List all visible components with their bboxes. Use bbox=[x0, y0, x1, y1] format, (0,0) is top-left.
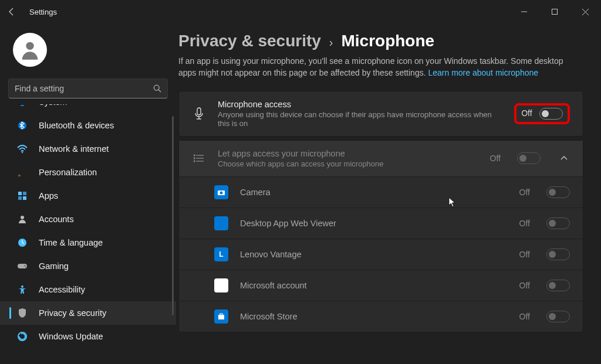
svg-rect-12 bbox=[18, 192, 22, 195]
breadcrumb-parent[interactable]: Privacy & security bbox=[178, 32, 321, 50]
search-icon bbox=[153, 84, 161, 93]
sidebar-item-update[interactable]: Windows Update bbox=[0, 325, 176, 348]
app-label: Lenovo Vantage bbox=[240, 250, 508, 259]
apps-access-title: Let apps access your microphone bbox=[218, 149, 478, 158]
svg-point-16 bbox=[21, 216, 24, 219]
intro-text: If an app is using your microphone, you'… bbox=[178, 55, 578, 79]
mic-access-sub: Anyone using this device can choose if t… bbox=[218, 110, 500, 128]
sidebar-item-label: Accounts bbox=[39, 215, 74, 224]
system-icon bbox=[16, 104, 28, 108]
close-button[interactable] bbox=[572, 2, 599, 21]
page-title: Microphone bbox=[341, 32, 434, 50]
minimize-button[interactable] bbox=[511, 2, 538, 21]
app-label: Camera bbox=[240, 188, 508, 197]
accessibility-icon bbox=[16, 284, 28, 295]
mic-access-toggle[interactable] bbox=[539, 108, 563, 120]
apps-access-header[interactable]: Let apps access your microphone Choose w… bbox=[179, 141, 583, 176]
shield-icon bbox=[16, 307, 28, 319]
sidebar-item-brush[interactable]: Personalization bbox=[0, 161, 176, 184]
gamepad-icon bbox=[16, 260, 28, 272]
app-toggle[interactable] bbox=[546, 217, 570, 229]
maximize-button[interactable] bbox=[541, 2, 568, 21]
titlebar: Settings bbox=[0, 0, 601, 23]
chevron-up-icon bbox=[558, 156, 570, 161]
app-state: Off bbox=[519, 219, 530, 228]
breadcrumb: Privacy & security › Microphone bbox=[178, 32, 583, 50]
user-avatar[interactable] bbox=[13, 33, 47, 67]
svg-line-6 bbox=[158, 90, 161, 92]
svg-rect-35 bbox=[220, 314, 222, 315]
sidebar-item-person[interactable]: Accounts bbox=[0, 207, 176, 231]
svg-point-33 bbox=[220, 191, 223, 194]
search-input[interactable] bbox=[15, 84, 153, 93]
sidebar-item-gamepad[interactable]: Gaming bbox=[0, 254, 176, 278]
svg-point-10 bbox=[22, 152, 23, 153]
svg-rect-15 bbox=[23, 196, 26, 200]
sidebar-scrollbar[interactable] bbox=[172, 116, 174, 315]
svg-rect-18 bbox=[18, 264, 27, 268]
sidebar: SystemBluetooth & devicesNetwork & inter… bbox=[0, 23, 176, 364]
microphone-access-card: Microphone access Anyone using this devi… bbox=[178, 91, 583, 137]
title-label: Settings bbox=[29, 8, 57, 16]
app-row: LLenovo VantageOff bbox=[179, 239, 583, 270]
app-toggle[interactable] bbox=[546, 186, 570, 198]
back-button[interactable] bbox=[2, 2, 21, 21]
app-state: Off bbox=[519, 250, 530, 259]
app-row: Desktop App Web ViewerOff bbox=[179, 207, 583, 239]
apps-access-card: Let apps access your microphone Choose w… bbox=[178, 140, 583, 332]
sidebar-item-label: Time & language bbox=[39, 238, 103, 247]
clock-icon bbox=[16, 237, 28, 249]
sidebar-item-clock[interactable]: Time & language bbox=[0, 231, 176, 254]
sidebar-item-bluetooth[interactable]: Bluetooth & devices bbox=[0, 114, 176, 137]
bluetooth-icon bbox=[16, 120, 28, 131]
nav-scroll: SystemBluetooth & devicesNetwork & inter… bbox=[0, 104, 176, 364]
sidebar-item-label: Network & internet bbox=[39, 144, 109, 154]
mic-access-state: Off bbox=[521, 108, 532, 118]
sidebar-item-label: Privacy & security bbox=[39, 308, 106, 318]
app-state: Off bbox=[519, 281, 530, 290]
sidebar-item-label: System bbox=[39, 104, 67, 107]
sidebar-item-label: Windows Update bbox=[39, 332, 103, 341]
svg-rect-13 bbox=[23, 192, 26, 195]
apps-access-toggle[interactable] bbox=[517, 152, 541, 164]
brush-icon bbox=[16, 166, 28, 178]
svg-rect-8 bbox=[21, 105, 24, 106]
sidebar-item-apps[interactable]: Apps bbox=[0, 184, 176, 207]
app-row: Microsoft StoreOff bbox=[179, 301, 583, 332]
sidebar-item-system[interactable]: System bbox=[0, 104, 176, 114]
sidebar-item-wifi[interactable]: Network & internet bbox=[0, 137, 176, 161]
apps-access-sub: Choose which apps can access your microp… bbox=[218, 159, 478, 168]
user-avatar-row bbox=[0, 28, 176, 76]
app-toggle[interactable] bbox=[546, 249, 570, 260]
svg-rect-14 bbox=[18, 196, 22, 200]
learn-more-link[interactable]: Learn more about microphone bbox=[428, 68, 538, 77]
svg-point-29 bbox=[194, 155, 195, 156]
svg-rect-11 bbox=[18, 175, 21, 176]
app-row: Microsoft accountOff bbox=[179, 270, 583, 301]
app-label: Microsoft Store bbox=[240, 312, 508, 321]
app-label: Desktop App Web Viewer bbox=[240, 219, 508, 228]
app-toggle[interactable] bbox=[546, 311, 570, 322]
search-box[interactable] bbox=[8, 79, 168, 98]
sidebar-item-shield[interactable]: Privacy & security bbox=[0, 301, 176, 325]
sidebar-item-label: Gaming bbox=[39, 261, 69, 271]
sidebar-item-label: Personalization bbox=[39, 168, 97, 177]
svg-point-31 bbox=[194, 161, 195, 162]
svg-point-4 bbox=[26, 42, 33, 50]
sidebar-item-label: Accessibility bbox=[39, 285, 85, 294]
svg-point-30 bbox=[194, 158, 195, 159]
sidebar-item-label: Bluetooth & devices bbox=[39, 121, 114, 130]
sidebar-item-accessibility[interactable]: Accessibility bbox=[0, 278, 176, 301]
apps-access-state: Off bbox=[490, 154, 501, 163]
svg-point-19 bbox=[24, 265, 25, 266]
app-toggle[interactable] bbox=[546, 280, 570, 291]
app-row: CameraOff bbox=[179, 176, 583, 207]
sidebar-item-label: Apps bbox=[39, 191, 58, 200]
mic-access-title: Microphone access bbox=[218, 100, 500, 109]
microphone-icon bbox=[192, 107, 206, 120]
wifi-icon bbox=[16, 143, 28, 155]
svg-rect-23 bbox=[197, 108, 201, 115]
app-label: Microsoft account bbox=[240, 281, 508, 290]
svg-point-5 bbox=[154, 85, 159, 90]
highlight-annotation: Off bbox=[514, 103, 570, 124]
